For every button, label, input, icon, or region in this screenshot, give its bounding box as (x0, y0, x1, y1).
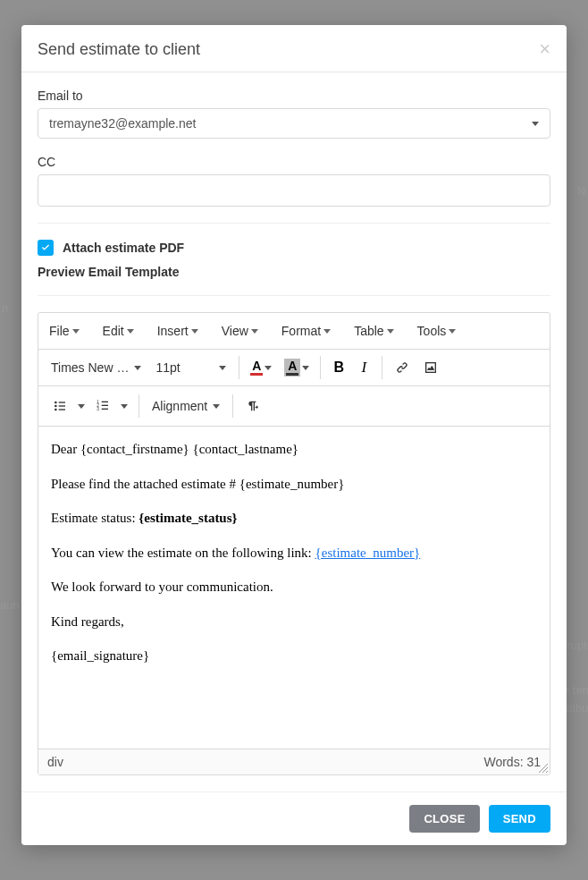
alignment-select[interactable]: Alignment (145, 395, 227, 417)
word-count: Words: 31 (483, 755, 541, 769)
element-path[interactable]: div (47, 755, 63, 769)
bullet-list-button[interactable] (46, 393, 74, 419)
editor-menubar: File Edit Insert View Format Table Tools (38, 313, 550, 350)
link-button[interactable] (388, 355, 416, 380)
cc-label: CC (38, 155, 550, 169)
svg-rect-11 (102, 405, 108, 406)
body-line: Dear {contact_firstname} {contact_lastna… (51, 439, 537, 460)
svg-point-1 (55, 402, 57, 404)
email-to-label: Email to (38, 89, 550, 103)
close-icon[interactable]: × (539, 39, 550, 59)
menu-format[interactable]: Format (278, 318, 334, 343)
svg-rect-5 (59, 405, 65, 406)
editor-body[interactable]: Dear {contact_firstname} {contact_lastna… (38, 427, 550, 749)
chevron-down-icon (323, 329, 331, 334)
svg-rect-0 (426, 363, 436, 373)
image-button[interactable] (416, 355, 445, 380)
body-line: We look forward to your communication. (51, 577, 537, 597)
cc-input[interactable] (38, 174, 550, 207)
chevron-down-icon (127, 329, 134, 334)
pilcrow-icon (246, 399, 260, 413)
editor-statusbar: div Words: 31 (38, 749, 550, 774)
number-list-icon: 123 (96, 399, 110, 413)
modal-footer: CLOSE SEND (21, 791, 567, 845)
chevron-down-icon (219, 366, 226, 370)
chevron-down-icon (387, 329, 394, 334)
modal-header: Send estimate to client × (21, 25, 567, 72)
menu-table[interactable]: Table (350, 318, 397, 343)
send-button[interactable]: SEND (489, 805, 550, 833)
image-icon (424, 360, 438, 375)
svg-rect-6 (59, 409, 65, 410)
svg-point-3 (55, 409, 57, 411)
bullet-list-icon (53, 399, 67, 413)
rich-text-editor: File Edit Insert View Format Table Tools… (38, 312, 550, 775)
modal-title: Send estimate to client (38, 40, 200, 59)
modal-body: Email to tremayne32@example.net CC Attac… (21, 72, 567, 791)
bg-color-icon: A (284, 359, 300, 377)
chevron-down-icon (532, 122, 539, 126)
italic-button[interactable]: I (351, 355, 376, 380)
bold-icon: B (334, 360, 345, 376)
menu-tools[interactable]: Tools (414, 318, 460, 343)
chevron-down-icon (213, 404, 220, 409)
body-line: Please find the attached estimate # {est… (51, 474, 537, 495)
close-button[interactable]: CLOSE (409, 805, 479, 833)
italic-icon: I (362, 359, 367, 377)
menu-insert[interactable]: Insert (154, 318, 202, 343)
bold-button[interactable]: B (326, 355, 351, 380)
number-list-button[interactable]: 123 (88, 393, 117, 419)
svg-point-2 (55, 405, 57, 408)
body-line: Kind regards, (51, 612, 537, 632)
chevron-down-icon (265, 366, 272, 370)
check-icon (40, 242, 51, 253)
chevron-down-icon (72, 329, 80, 334)
send-estimate-modal: Send estimate to client × Email to trema… (21, 25, 567, 845)
svg-rect-4 (59, 402, 65, 402)
menu-file[interactable]: File (46, 318, 83, 343)
estimate-link[interactable]: {estimate_number} (315, 546, 421, 560)
text-color-button[interactable]: A (247, 358, 275, 377)
menu-view[interactable]: View (218, 318, 262, 343)
body-line: Estimate status: {estimate_status} (51, 508, 537, 529)
svg-text:3: 3 (97, 407, 99, 411)
chevron-down-icon[interactable] (121, 404, 128, 409)
svg-rect-10 (102, 402, 108, 402)
divider (38, 223, 550, 224)
chevron-down-icon (449, 329, 456, 334)
chevron-down-icon (191, 329, 198, 334)
editor-toolbar-2: 123 Alignment (38, 386, 550, 427)
divider (38, 295, 550, 296)
paragraph-direction-button[interactable] (239, 393, 267, 419)
email-to-value: tremayne32@example.net (49, 116, 196, 131)
body-line: You can view the estimate on the followi… (51, 543, 537, 563)
chevron-down-icon (134, 366, 141, 370)
chevron-down-icon (302, 366, 309, 370)
attach-pdf-checkbox[interactable] (38, 240, 54, 256)
text-color-icon: A (250, 360, 263, 376)
chevron-down-icon[interactable] (78, 404, 85, 409)
link-icon (395, 360, 409, 375)
menu-edit[interactable]: Edit (99, 318, 138, 343)
editor-toolbar-1: Times New … 11pt A A (38, 350, 550, 386)
font-family-select[interactable]: Times New … (44, 357, 148, 378)
preview-template-link[interactable]: Preview Email Template (38, 265, 550, 279)
bg-color-button[interactable]: A (281, 357, 313, 378)
svg-rect-12 (102, 409, 108, 410)
resize-handle-icon[interactable] (538, 763, 549, 774)
email-to-select[interactable]: tremayne32@example.net (38, 108, 550, 139)
font-size-select[interactable]: 11pt (148, 357, 233, 378)
attach-pdf-label: Attach estimate PDF (63, 241, 184, 255)
attach-pdf-row: Attach estimate PDF (38, 240, 550, 256)
body-line: {email_signature} (51, 646, 537, 666)
chevron-down-icon (251, 329, 258, 334)
